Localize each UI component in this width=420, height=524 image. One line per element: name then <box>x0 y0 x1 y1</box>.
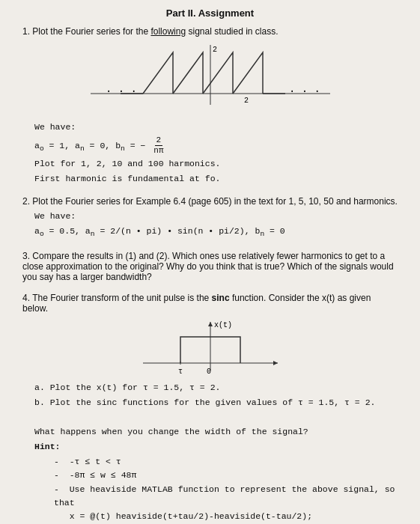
pulse-chart-q4: x(t) τ 0 <box>136 318 285 378</box>
svg-text:x(t): x(t) <box>214 321 232 329</box>
q2-body: We have: ao = 0.5, an = 2/(n • pi) • sin… <box>34 210 398 240</box>
q1-number: 1. <box>22 26 32 37</box>
hint-3: - Use heaviside MATLAB function to repre… <box>54 483 398 511</box>
page-title: Part II. Assignment <box>22 7 398 19</box>
question-3: 3. Compare the results in (1) and (2). W… <box>22 251 398 282</box>
q1-wehave: We have: <box>34 121 398 134</box>
svg-text:2: 2 <box>213 46 217 54</box>
svg-marker-14 <box>273 361 278 365</box>
question-1: 1. Plot the Fourier series for the follo… <box>22 26 398 186</box>
svg-text:τ: τ <box>178 368 183 376</box>
svg-text:. . .: . . . <box>289 83 320 95</box>
q2-header: 2. Plot the Fourier series for Example 6… <box>22 196 398 207</box>
q4-body: a. Plot the x(t) for τ = 1.5, τ = 2. b. … <box>34 381 398 524</box>
q2-formula: ao = 0.5, an = 2/(n • pi) • sin(n • pi/2… <box>34 225 398 240</box>
q2-wehave: We have: <box>34 210 398 223</box>
q1-header: 1. Plot the Fourier series for the follo… <box>22 26 398 37</box>
q1-plotfor: Plot for 1, 2, 10 and 100 harmonics. <box>34 157 398 171</box>
question-4: 4. The Fourier transform of the unit pul… <box>22 293 398 524</box>
svg-marker-15 <box>208 322 213 326</box>
svg-text:2: 2 <box>244 97 249 105</box>
hint-1: - -τ ≤ t < τ <box>54 455 398 469</box>
q4-whathappens: What happens when you change the width o… <box>34 425 398 439</box>
q4-header: 4. The Fourier transform of the unit pul… <box>22 293 398 314</box>
hint-2: - -8π ≤ w ≤ 48π <box>54 469 398 482</box>
q4-a: a. Plot the x(t) for τ = 1.5, τ = 2. <box>34 381 398 394</box>
signal-chart-q1: 2 2 . . . . . . <box>83 41 338 116</box>
q1-formula: ao = 1, an = 0, bn = − 2 nπ <box>34 135 398 156</box>
svg-text:0: 0 <box>207 368 211 376</box>
question-2: 2. Plot the Fourier series for Example 6… <box>22 196 398 240</box>
q3-header: 3. Compare the results in (1) and (2). W… <box>22 251 398 282</box>
q4-b: b. Plot the sinc functions for the given… <box>34 396 398 409</box>
q1-text: Plot the Fourier series for the followin… <box>32 26 278 37</box>
q1-body: We have: ao = 1, an = 0, bn = − 2 nπ Plo… <box>34 121 398 186</box>
q4-hints: - -τ ≤ t < τ - -8π ≤ w ≤ 48π - Use heavi… <box>46 455 398 524</box>
q1-firstharmonic: First harmonic is fundamental at fo. <box>34 172 398 186</box>
hint-4: x = @(t) heaviside(t+tau/2)-heaviside(t-… <box>54 510 398 523</box>
q4-hint-label: Hint: <box>34 440 398 454</box>
